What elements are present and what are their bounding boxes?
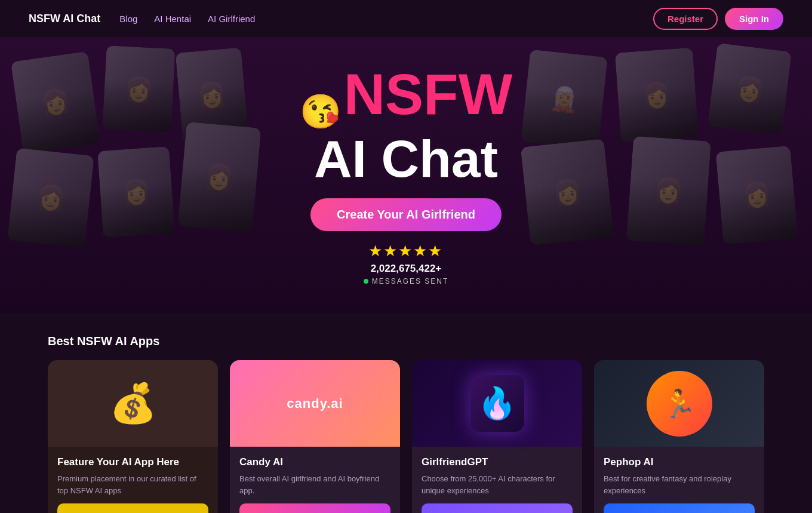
hero-image-5: 👩: [97, 146, 175, 238]
card-gpt-name: GirlfriendGPT: [422, 456, 573, 468]
hero-aichat-text: AI Chat: [300, 131, 513, 186]
card-candy-thumb: candy.ai: [230, 360, 400, 447]
register-button[interactable]: Register: [653, 8, 718, 30]
card-pephop-body: Pephop AI Best for creative fantasy and …: [594, 447, 764, 513]
hero-image-6: 👩: [178, 122, 262, 232]
online-indicator: [364, 279, 368, 284]
nav-link-girlfriend[interactable]: AI Girlfriend: [208, 14, 255, 24]
card-gpt-button[interactable]: Try Now - Free: [422, 503, 573, 513]
hero-stars: ★★★★★: [300, 242, 513, 260]
card-candy: candy.ai Candy AI Best overall AI girlfr…: [230, 360, 400, 513]
hero-section: 👩 👩 👩 👩 👩 👩 🧝 👩 👩 👩 👩 👩 😘NSFW AI Chat Cr…: [0, 38, 812, 313]
hero-image-12: 👩: [715, 146, 798, 244]
hero-nsfw-text: NSFW: [344, 66, 513, 123]
hero-emoji: 😘: [300, 93, 342, 130]
card-pephop-name: Pephop AI: [604, 456, 755, 468]
pephop-person-icon: 🏃: [662, 388, 696, 420]
hero-content: 😘NSFW AI Chat Create Your AI Girlfriend …: [300, 66, 513, 285]
nav-links: Blog AI Hentai AI Girlfriend: [119, 14, 255, 24]
hero-message-count: 2,022,675,422+: [300, 263, 513, 275]
gpt-icon-container: 🔥: [470, 375, 524, 432]
card-pephop-button[interactable]: Try Now - Free: [604, 503, 755, 513]
nav-link-blog[interactable]: Blog: [119, 14, 137, 24]
card-feature: 💰 Feature Your AI App Here Premium place…: [48, 360, 218, 513]
card-feature-body: Feature Your AI App Here Premium placeme…: [48, 447, 218, 513]
card-feature-button[interactable]: Get Listed: [57, 503, 208, 513]
flame-icon: 🔥: [478, 385, 516, 422]
navbar: NSFW AI Chat Blog AI Hentai AI Girlfrien…: [0, 0, 812, 38]
candy-logo-text: candy.ai: [287, 396, 343, 411]
site-logo: NSFW AI Chat: [29, 13, 100, 25]
card-feature-desc: Premium placement in our curated list of…: [57, 473, 208, 496]
hero-messages-label: MESSAGES SENT: [300, 277, 513, 285]
card-gpt-body: GirlfriendGPT Choose from 25,000+ AI cha…: [412, 447, 582, 513]
hero-image-1: 👩: [11, 51, 100, 154]
section-title: Best NSFW AI Apps: [48, 334, 764, 348]
card-pephop-desc: Best for creative fantasy and roleplay e…: [604, 473, 755, 496]
nav-left: NSFW AI Chat Blog AI Hentai AI Girlfrien…: [29, 13, 255, 25]
hero-image-2: 👩: [102, 45, 175, 133]
cards-grid: 💰 Feature Your AI App Here Premium place…: [48, 360, 764, 513]
card-pephop: 🏃 Pephop AI Best for creative fantasy an…: [594, 360, 764, 513]
card-candy-name: Candy AI: [239, 456, 390, 468]
hero-title-line1: 😘NSFW: [300, 66, 513, 131]
card-candy-body: Candy AI Best overall AI girlfriend and …: [230, 447, 400, 513]
hero-image-7: 🧝: [521, 50, 607, 150]
card-girlfriendgpt: 🔥 GirlfriendGPT Choose from 25,000+ AI c…: [412, 360, 582, 513]
card-feature-thumb: 💰: [48, 360, 218, 447]
hero-image-8: 👩: [615, 48, 699, 143]
money-bag-icon: 💰: [109, 381, 157, 426]
card-gpt-desc: Choose from 25,000+ AI characters for un…: [422, 473, 573, 496]
hero-image-9: 👩: [708, 43, 792, 135]
nav-right: Register Sign In: [653, 8, 783, 30]
pephop-logo: 🏃: [647, 371, 712, 437]
hero-image-3: 👩: [176, 47, 249, 142]
card-gpt-thumb: 🔥: [412, 360, 582, 447]
hero-image-10: 👩: [521, 139, 614, 245]
nav-link-hentai[interactable]: AI Hentai: [154, 14, 191, 24]
hero-cta-button[interactable]: Create Your AI Girlfriend: [310, 198, 502, 231]
card-feature-name: Feature Your AI App Here: [57, 456, 208, 468]
hero-image-4: 👩: [7, 148, 94, 248]
card-pephop-thumb: 🏃: [594, 360, 764, 447]
signin-button[interactable]: Sign In: [725, 8, 783, 30]
card-candy-button[interactable]: Try Now - Free: [239, 503, 390, 513]
card-candy-desc: Best overall AI girlfriend and AI boyfri…: [239, 473, 390, 496]
apps-section: Best NSFW AI Apps 💰 Feature Your AI App …: [0, 313, 812, 513]
hero-image-11: 👩: [626, 136, 711, 246]
